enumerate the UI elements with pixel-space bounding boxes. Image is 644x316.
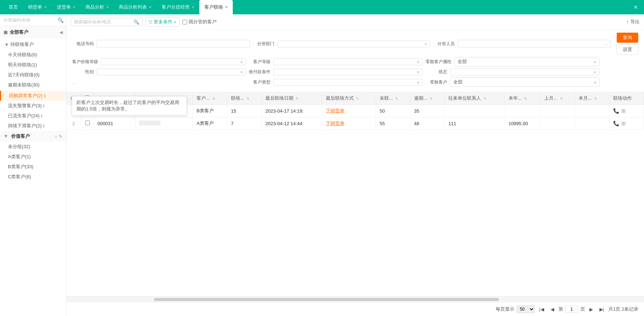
close-sales-order-icon[interactable]: × [44,5,47,10]
row-checkbox-2[interactable] [85,121,90,125]
payment-select[interactable]: ∨ [273,69,423,75]
sort-year-icon[interactable]: ⇅ [524,96,527,100]
more-conditions-button[interactable]: ▽ 更多条件 ∧ [145,17,180,27]
price-level-select[interactable]: ∨ [101,58,246,65]
retail-customer-select[interactable]: 全部 ∨ [450,77,599,87]
my-customer-checkbox[interactable] [182,20,187,24]
per-page-select[interactable]: 50 100 200 [516,305,535,313]
status-arrow-icon: ∨ [594,70,596,74]
close-customer-tiered-icon[interactable]: × [192,5,194,10]
action-contact-icon-2[interactable]: ⊞ [621,121,626,126]
sidebar-item-c-class[interactable]: C类客户(6) [0,172,66,182]
sidebar-search-icon: 🔍 [57,17,64,23]
nav-home[interactable]: 首页 [4,0,23,14]
horizontal-scrollbar[interactable] [66,296,644,302]
td-ctype-2: A类客户 [193,117,227,130]
customer-level-select[interactable]: ∨ [273,58,423,65]
td-code-2: 000031 [94,117,135,130]
grid-icon: ⊞ [4,30,8,35]
method-link-1[interactable]: 下销货单 [326,108,344,113]
filter-row-3: 性别 ∨ 收付款条件 ∨ 状态 ∨ [72,69,638,75]
query-button[interactable]: 查询 [617,33,638,43]
close-purchase-order-icon[interactable]: × [73,5,75,10]
sidebar-item-b-class[interactable]: B类客户(33) [0,162,66,172]
status-select[interactable]: ∨ [450,69,599,75]
nav-product-analysis-list[interactable]: 商品分析列表 × [114,0,157,14]
filter-panel: 电话号码 分管部门 ∨ 分管人员 ... 查询 [66,30,644,92]
sidebar-item-already-lost[interactable]: 已流失客户(24) ℹ [0,111,66,121]
toolbar-right: ↑ 导出 [627,19,640,25]
toolbar-search-icon: 🔍 [134,19,139,25]
filter-retail-customer-cell: 零散客户 全部 ∨ [426,77,599,87]
nav-sales-order[interactable]: 销货单 × [23,0,52,14]
sidebar-item-continuous-down[interactable]: 持续下滑客户(2) ℹ [0,121,66,131]
action-icons-2: 📞 ⊞ [613,121,640,126]
lost-risk-info-icon: ℹ [43,104,45,108]
sidebar-pencil-icon[interactable]: ✎ [59,134,62,139]
my-customer-checkbox-area[interactable]: 我分管的客户 [182,19,217,25]
retail-attr-select[interactable]: 全部 ∨ [454,57,599,66]
sort-date-icon[interactable]: ⇅ [296,96,298,100]
window-close-button[interactable]: × [631,4,640,11]
filter-retailattr-cell: 零散客户属性 全部 ∨ [426,57,599,66]
next-page-button[interactable]: ▶ [587,306,595,313]
sort-method-icon[interactable]: ⇅ [356,96,359,100]
sort-not-contacted-icon[interactable]: ⇅ [395,96,398,100]
sidebar-item-today[interactable]: 今天待联络(0) [0,50,66,60]
nav-product-analysis[interactable]: 商品分析 × [80,0,114,14]
method-link-2[interactable]: 下销货单 [326,121,344,126]
sidebar-all-customers[interactable]: ⊞ 全部客户 ◀ [0,26,66,38]
setting-button[interactable]: 设置 [617,44,638,55]
page-text-label: 第 [559,306,563,312]
sort-overdue-icon[interactable]: ⇅ [430,96,432,100]
last-page-button[interactable]: ▶| [597,306,606,313]
nav-customer-contact[interactable]: 客户联络 × [199,0,233,14]
sub-person-select[interactable]: ... [458,40,611,48]
export-button[interactable]: ↑ 导出 [627,19,640,25]
th-last-month: 上月... ⇅ [541,92,575,105]
phone-input[interactable] [97,40,250,48]
nav-customer-tiered[interactable]: 客户分层经营 × [157,0,199,14]
filter-subperson-cell: 分管人员 ... [433,40,611,48]
sub-dept-select[interactable]: ∨ [277,41,431,47]
sidebar-circle-icon[interactable]: ○ [54,134,57,139]
filter-row-1: 电话号码 分管部门 ∨ 分管人员 ... 查询 [72,33,638,55]
close-customer-contact-icon[interactable]: × [225,5,228,10]
action-contact-icon-1[interactable]: ⊞ [621,108,626,114]
search-input[interactable] [74,19,134,24]
action-phone-icon-1[interactable]: 📞 [613,108,619,114]
sort-person-icon[interactable]: ⇅ [483,96,486,100]
sidebar-item-lost-risk[interactable]: 流失预警客户(3) ℹ [0,101,66,111]
customer-type-select[interactable]: ∨ [273,79,423,86]
sidebar-item-a-class[interactable]: A类客户(1) [0,152,66,162]
sub-dept-arrow-icon: ∨ [425,42,427,46]
sort-last-month-icon[interactable]: ⇅ [560,96,563,100]
th-this-year: 本年... ⇅ [505,92,540,105]
td-action-2: 📞 ⊞ [609,117,644,130]
td-last-method-2: 下销货单 [322,117,376,130]
th-overdue: 逾期... ⇅ [410,92,445,105]
sidebar-item-tomorrow[interactable]: 明天待联络(1) [0,60,66,70]
gender-select[interactable]: ∨ [97,69,246,75]
filter-payment-cell: 收付款条件 ∨ [249,69,423,75]
filter-phone-cell: 电话号码 [72,40,250,48]
sidebar-search-input[interactable] [4,18,57,23]
sidebar-waiting-contact-title[interactable]: ▼ 待联络客户 [0,39,66,50]
sort-this-month-icon[interactable]: ⇅ [594,96,597,100]
sort-ctype-icon[interactable]: ⇅ [212,96,215,100]
filter-more-dots[interactable]: ... [72,79,77,85]
action-phone-icon-2[interactable]: 📞 [613,121,619,126]
close-product-analysis-list-icon[interactable]: × [149,5,152,10]
sidebar-item-repurchase-abnormal[interactable]: 回购异常客户(2) ℹ [0,91,66,101]
prev-page-button[interactable]: ◀ [548,306,556,313]
close-product-analysis-icon[interactable]: × [106,5,109,10]
sidebar-item-unclassified[interactable]: 未分组(32) [0,142,66,152]
h-scroll-thumb[interactable] [154,298,499,301]
nav-purchase-order[interactable]: 进货单 × [52,0,80,14]
sidebar-item-overdue[interactable]: 逾期未联络(30) [0,80,66,90]
sort-contact-icon[interactable]: ⇅ [246,96,249,100]
sidebar-collapse-icon[interactable]: ◀ [60,30,62,35]
first-page-button[interactable]: |◀ [537,306,546,313]
sidebar-item-week[interactable]: 近7天待联络(0) [0,70,66,80]
page-number-input[interactable] [565,306,578,313]
